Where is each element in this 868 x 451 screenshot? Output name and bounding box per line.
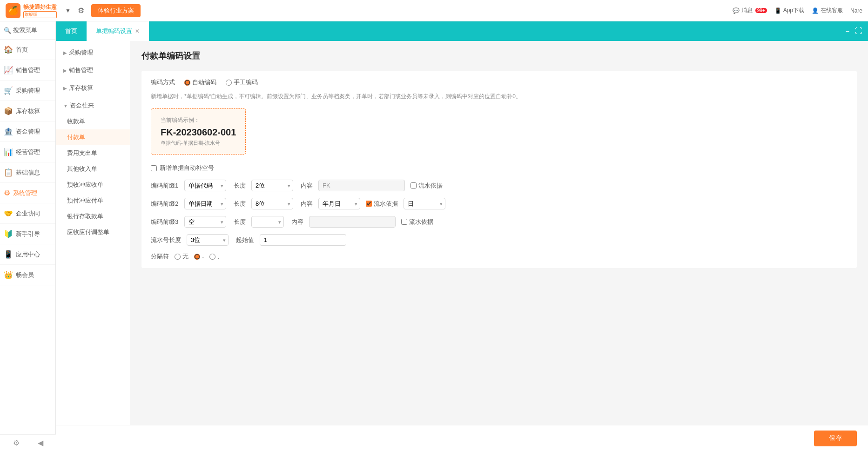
prefix2-label: 编码前缀2 xyxy=(151,200,179,208)
prefix2-stream-checkbox[interactable] xyxy=(366,201,372,207)
settings-icon[interactable]: ⚙ xyxy=(74,4,87,17)
app-download-action[interactable]: 📱 App下载 xyxy=(774,7,804,14)
sidebar: 🔍 搜索菜单 🏠 首页 📈 销售管理 🛒 采购管理 📦 库存核算 🏦 资金管理 … xyxy=(0,21,56,451)
trial-button[interactable]: 体验行业方案 xyxy=(91,4,141,17)
online-service-action[interactable]: 👤 在线客服 xyxy=(812,7,843,14)
prefix3-content-label: 内容 xyxy=(291,218,303,226)
sep-none-radio[interactable] xyxy=(175,254,181,260)
sep-dot-option[interactable]: . xyxy=(209,253,219,260)
prefix2-length-wrapper: 4位 6位 8位 xyxy=(251,198,293,209)
sidebar-item-member[interactable]: 👑 畅会员 xyxy=(0,265,55,285)
serial-length-select[interactable]: 2位 3位 4位 5位 xyxy=(187,234,229,246)
sub-group-inventory-title[interactable]: ▶ 库存核算 xyxy=(56,80,130,96)
sidebar-item-home[interactable]: 🏠 首页 xyxy=(0,40,55,60)
prefix3-stream-checkbox[interactable] xyxy=(401,219,407,225)
auto-encode-option[interactable]: 自动编码 xyxy=(184,78,216,87)
tab-close-icon[interactable]: ✕ xyxy=(135,28,140,34)
logo-icon: 🍊 xyxy=(6,3,20,18)
save-button[interactable]: 保存 xyxy=(814,431,857,446)
prefix2-content-select[interactable]: 年 年月 年月日 xyxy=(318,198,360,209)
prefix3-label: 编码前缀3 xyxy=(151,218,179,226)
sub-group-inventory: ▶ 库存核算 xyxy=(56,80,130,96)
prefix3-content-input[interactable] xyxy=(309,216,396,228)
prefix1-stream-checkbox[interactable] xyxy=(410,182,417,188)
prefix1-length-wrapper: 2位 3位 4位 xyxy=(251,180,293,191)
prefix2-stream-label[interactable]: 流水依据 xyxy=(374,200,398,208)
sep-dash-option[interactable]: - xyxy=(194,253,204,260)
serial-label: 流水号长度 xyxy=(151,236,181,244)
sidebar-item-purchase[interactable]: 🛒 采购管理 xyxy=(0,81,55,101)
sidebar-item-guide[interactable]: 🔰 新手引导 xyxy=(0,224,55,244)
tab-bar-actions: － ⛶ xyxy=(844,27,862,36)
tab-encoding[interactable]: 单据编码设置 ✕ xyxy=(87,21,149,41)
sub-menu-item-bank[interactable]: 银行存取款单 xyxy=(56,209,130,224)
sub-menu-item-expense[interactable]: 费用支出单 xyxy=(56,145,130,161)
sub-group-sales: ▶ 销售管理 xyxy=(56,62,130,78)
sidebar-item-operation[interactable]: 📊 经营管理 xyxy=(0,142,55,162)
prefix1-stream-label[interactable]: 流水依据 xyxy=(418,182,443,190)
separator-row: 分隔符 无 - . xyxy=(151,252,848,261)
sep-none-option[interactable]: 无 xyxy=(175,252,188,261)
prefix3-stream-label[interactable]: 流水依据 xyxy=(409,218,433,226)
sidebar-item-base[interactable]: 📋 基础信息 xyxy=(0,162,55,183)
prefix2-content-wrapper: 年 年月 年月日 xyxy=(318,198,360,209)
collapse-icon[interactable]: ◀ xyxy=(38,438,43,447)
sub-menu-item-other-income[interactable]: 其他收入单 xyxy=(56,161,130,177)
prefix2-stream-check: 流水依据 xyxy=(366,200,398,208)
tab-home[interactable]: 首页 xyxy=(56,21,87,41)
content-inner: ▶ 采购管理 ▶ 销售管理 ▶ 库存核算 xyxy=(56,41,868,425)
serial-row: 流水号长度 2位 3位 4位 5位 起始值 xyxy=(151,234,848,246)
prefix2-length-label: 长度 xyxy=(234,200,246,208)
prefix1-content-input[interactable] xyxy=(318,180,405,191)
sub-menu-item-adjust[interactable]: 应收应付调整单 xyxy=(56,224,130,240)
prefix2-select[interactable]: 单据代码 单据日期 空 xyxy=(184,198,226,209)
auto-encode-radio[interactable] xyxy=(184,80,190,86)
prefix2-row: 编码前缀2 单据代码 单据日期 空 长度 xyxy=(151,198,848,209)
sidebar-bottom: ⚙ ◀ xyxy=(0,434,56,451)
prefix1-length-select[interactable]: 2位 3位 4位 xyxy=(251,180,293,191)
bottom-bar: 保存 xyxy=(56,425,868,451)
dropdown-button[interactable]: ▼ xyxy=(65,7,71,14)
serial-start-label: 起始值 xyxy=(236,236,254,244)
tab-bar: 首页 单据编码设置 ✕ － ⛶ xyxy=(56,21,868,41)
sidebar-item-funds[interactable]: 🏦 资金管理 xyxy=(0,121,55,142)
prefix1-select[interactable]: 单据代码 单据日期 空 xyxy=(184,180,226,191)
sidebar-item-system[interactable]: ⚙ 系统管理 xyxy=(0,183,55,203)
sub-group-funds-title[interactable]: ▼ 资金往来 xyxy=(56,98,130,114)
sidebar-item-partner[interactable]: 🤝 企业协同 xyxy=(0,203,55,224)
sub-group-purchase: ▶ 采购管理 xyxy=(56,45,130,61)
sidebar-item-apps[interactable]: 📱 应用中心 xyxy=(0,244,55,265)
auto-fill-checkbox[interactable] xyxy=(151,165,157,171)
encoding-section: 编码方式 自动编码 手工编码 新增单据时，*单据编码*自动生成，不可编辑。前缀设… xyxy=(141,71,857,268)
sub-group-purchase-title[interactable]: ▶ 采购管理 xyxy=(56,45,130,61)
sub-menu-item-receipt[interactable]: 收款单 xyxy=(56,114,130,129)
sub-group-sales-title[interactable]: ▶ 销售管理 xyxy=(56,62,130,78)
encoding-mode: 编码方式 自动编码 手工编码 xyxy=(151,78,848,87)
manual-encode-option[interactable]: 手工编码 xyxy=(226,78,258,87)
sidebar-item-inventory[interactable]: 📦 库存核算 xyxy=(0,101,55,121)
settings-bottom-icon[interactable]: ⚙ xyxy=(13,438,20,447)
manual-encode-radio[interactable] xyxy=(226,80,232,86)
sub-menu-item-advance-pay[interactable]: 预付冲应付单 xyxy=(56,193,130,209)
prefix3-length-select[interactable] xyxy=(251,216,284,228)
search-menu[interactable]: 🔍 搜索菜单 xyxy=(0,21,55,40)
auto-fill-label[interactable]: 新增单据自动补空号 xyxy=(160,164,214,172)
tab-minimize-icon[interactable]: － xyxy=(844,27,851,36)
prefix2-granularity-select[interactable]: 年 月 日 xyxy=(404,198,445,209)
sep-dot-radio[interactable] xyxy=(209,254,215,260)
prefix2-content-label: 内容 xyxy=(301,200,313,208)
prefix2-length-select[interactable]: 4位 6位 8位 xyxy=(251,198,293,209)
logo: 🍊 畅捷通好生意 旗舰版 xyxy=(6,3,61,18)
prefix3-select[interactable]: 单据代码 单据日期 空 xyxy=(184,216,226,228)
tab-expand-icon[interactable]: ⛶ xyxy=(855,27,862,35)
sidebar-item-sales[interactable]: 📈 销售管理 xyxy=(0,60,55,81)
sep-dash-radio[interactable] xyxy=(194,254,200,260)
message-action[interactable]: 💬 消息 99+ xyxy=(733,7,767,14)
code-preview: 当前编码示例： FK-20230602-001 单据代码-单据日期-流水号 xyxy=(151,108,246,155)
prefix3-length-label: 长度 xyxy=(234,218,246,226)
info-text: 新增单据时，*单据编码*自动生成，不可编辑。前缀设置为部门、业务员等档案类，开单… xyxy=(151,92,848,101)
sub-menu-item-payment[interactable]: 付款单 xyxy=(56,129,130,145)
sub-menu-item-advance-collect[interactable]: 预收冲应收单 xyxy=(56,177,130,193)
prefix2-granularity-wrapper: 年 月 日 xyxy=(404,198,445,209)
serial-start-input[interactable] xyxy=(260,234,346,246)
